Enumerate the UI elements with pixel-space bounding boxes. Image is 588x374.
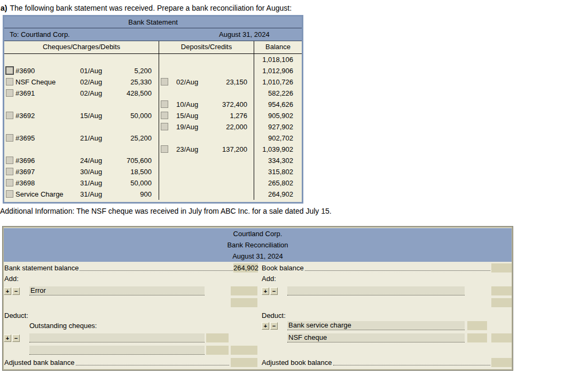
cheques-cell: #369730/Aug18,500 [4, 166, 159, 177]
right-add-minus-button[interactable]: − [270, 287, 278, 295]
statement-cheque-amount: 5,200 [134, 65, 152, 76]
statement-deposit-amount: 23,150 [226, 76, 247, 88]
adjusted-bank-balance-input[interactable] [231, 358, 257, 367]
outstanding-cheque-2-amount-input[interactable] [206, 346, 229, 355]
right-deduct-plus-button[interactable]: + [262, 322, 269, 330]
adjusted-bank-balance-label: Adjusted bank balance [4, 359, 75, 367]
cheque-checkbox[interactable] [6, 157, 13, 164]
left-add-total-input[interactable] [231, 298, 257, 307]
balance-cell: 927,902 [254, 121, 302, 133]
bank-service-charge-input[interactable]: Bank service charge [287, 321, 465, 330]
deposits-cell [159, 133, 254, 144]
book-balance-input[interactable] [491, 263, 512, 272]
statement-cheque-date: 24/Aug [80, 155, 102, 166]
deposits-cell: 02/Aug23,150 [159, 76, 254, 88]
bank-statement-balance-input[interactable]: 264,902 [233, 263, 258, 272]
deposit-checkbox[interactable] [161, 112, 168, 119]
statement-cheque-desc: Service Charge [15, 189, 64, 200]
deposit-checkbox[interactable] [161, 123, 168, 130]
balance-cell: 1,012,906 [254, 65, 302, 76]
adjusted-bank-balance-row: Adjusted bank balance [4, 359, 229, 367]
cheque-checkbox[interactable] [6, 179, 13, 186]
additional-info: Additional Information: The NSF cheque w… [0, 207, 332, 215]
deposits-cell [159, 88, 254, 99]
cheque-checkbox[interactable] [5, 66, 14, 75]
statement-row: 10/Aug372,400954,626 [4, 99, 302, 110]
statement-balance-value: 1,012,906 [262, 65, 293, 76]
left-add-plus-button[interactable]: + [4, 287, 11, 295]
service-charge-amount-input[interactable] [467, 321, 487, 330]
outstanding-plus-button[interactable]: + [4, 334, 11, 342]
left-add-amount-input[interactable] [231, 286, 257, 295]
right-deduct-label: Deduct: [262, 311, 286, 320]
right-deduct-minus-button[interactable]: − [270, 322, 278, 330]
statement-balance-value: 1,039,902 [262, 144, 293, 155]
statement-balance-value: 927,902 [268, 121, 293, 133]
balance-cell: 1,010,726 [254, 76, 302, 88]
cheques-cell [4, 144, 159, 155]
left-add-minus-button[interactable]: − [12, 287, 20, 295]
reconciliation-header: Courtland Corp. Bank Reconciliation Augu… [4, 228, 512, 262]
statement-cheque-amount: 25,200 [130, 133, 152, 144]
cheque-checkbox[interactable] [6, 78, 13, 85]
statement-cheque-amount: 428,500 [127, 88, 152, 99]
statement-row: #369831/Aug50,000265,802 [4, 177, 302, 189]
cheque-checkbox[interactable] [6, 168, 13, 175]
statement-balance-value: 905,902 [268, 110, 293, 121]
cheques-cell: #369215/Aug50,000 [4, 110, 159, 121]
statement-cheque-date: 15/Aug [80, 110, 102, 121]
left-add-item-input[interactable]: Error [29, 286, 205, 295]
cheque-checkbox[interactable] [6, 112, 13, 119]
right-add-item-input[interactable] [287, 286, 465, 295]
book-balance-label: Book balance [262, 264, 304, 272]
statement-row: #369730/Aug18,500315,802 [4, 166, 302, 177]
outstanding-minus-button[interactable]: − [12, 334, 20, 342]
balance-cell: 905,902 [254, 110, 302, 121]
statement-row: 19/Aug22,000927,902 [4, 121, 302, 133]
statement-cheque-date: 30/Aug [80, 166, 102, 177]
nsf-cheque-input[interactable]: NSF cheque [287, 333, 465, 342]
adjusted-book-balance-input[interactable] [491, 358, 512, 367]
bank-statement-table: Bank Statement To: Courtland Corp. Augus… [3, 15, 303, 204]
right-add-plus-button[interactable]: + [262, 287, 269, 295]
outstanding-cheque-1-input[interactable] [29, 333, 205, 342]
cheques-cell: #369624/Aug705,600 [4, 155, 159, 166]
statement-cheque-date: 21/Aug [80, 133, 102, 144]
nsf-amount-input[interactable] [467, 333, 487, 342]
deposits-cell [159, 65, 254, 76]
cheque-checkbox[interactable] [6, 134, 13, 142]
statement-cheque-date: 02/Aug [80, 76, 102, 88]
statement-balance-value: 954,626 [268, 99, 293, 110]
deposit-checkbox[interactable] [161, 100, 168, 108]
statement-cheque-amount: 50,000 [130, 110, 152, 121]
cheques-cell: #369521/Aug25,200 [4, 133, 159, 144]
right-deduct-total-input[interactable] [491, 333, 512, 342]
outstanding-cheque-1-amount-input[interactable] [206, 333, 229, 342]
deposit-checkbox[interactable] [161, 78, 168, 85]
dotted-leader [333, 359, 490, 365]
balance-cell: 1,039,902 [254, 144, 302, 155]
statement-cheque-desc: #3690 [15, 65, 35, 76]
statement-deposit-amount: 137,200 [222, 144, 247, 155]
outstanding-cheque-2-input[interactable] [29, 346, 205, 355]
statement-cheque-amount: 705,600 [127, 155, 152, 166]
deposits-cell [159, 166, 254, 177]
left-deduct-total-input[interactable] [231, 346, 257, 355]
cheque-checkbox[interactable] [6, 190, 13, 198]
deposit-checkbox[interactable] [161, 145, 168, 153]
cheque-checkbox[interactable] [6, 89, 13, 97]
adjusted-book-balance-label: Adjusted book balance [262, 359, 332, 367]
right-add-amount-input[interactable] [491, 286, 512, 295]
col-header-deposits: Deposits/Credits [159, 41, 254, 54]
instruction-prefix: a) [1, 4, 7, 12]
statement-column-headers: Cheques/Charges/Debits Deposits/Credits … [4, 41, 302, 54]
bank-statement-balance-row: Bank statement balance [4, 264, 233, 272]
statement-deposit-date: 19/Aug [176, 121, 198, 133]
deposits-cell [159, 189, 254, 200]
statement-balance-value: 1,018,106 [262, 54, 293, 65]
instruction-text: The following bank statement was receive… [10, 4, 292, 12]
statement-balance-value: 315,802 [268, 166, 293, 177]
right-add-total-input[interactable] [491, 298, 512, 307]
reconciliation-date: August 31, 2024 [4, 251, 512, 262]
statement-balance-value: 902,702 [268, 133, 293, 144]
